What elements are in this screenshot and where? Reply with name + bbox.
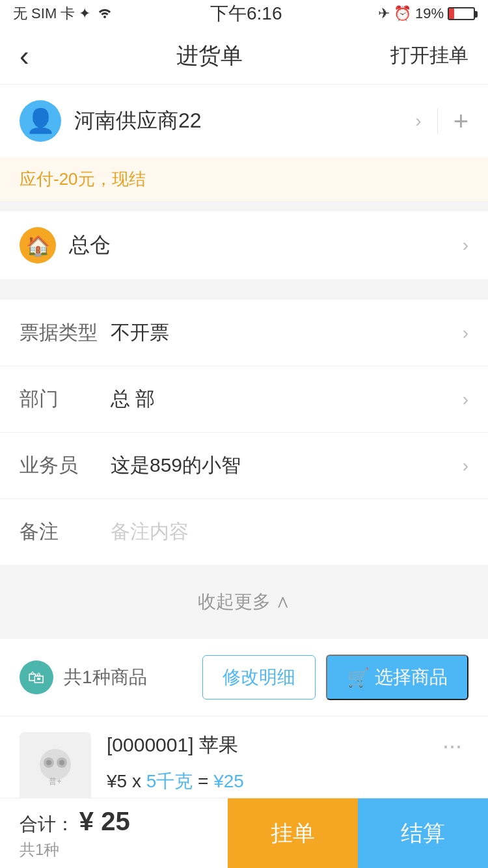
status-right: ✈ ⏰ 19% [378,5,475,22]
back-button[interactable]: ‹ [20,40,29,72]
total-section: 合计： ¥ 25 共1种 [0,807,228,860]
supplier-chevron-icon: › [415,111,421,131]
svg-text:普+: 普+ [49,777,61,786]
department-value: 总 部 [111,386,463,413]
gap1 [0,290,488,300]
equals-symbol: = [198,771,213,791]
total-label-row: 合计： ¥ 25 [20,807,208,837]
product-name: [0000001] 苹果 [107,732,436,759]
supplier-row[interactable]: 👤 河南供应商22 › + [0,85,488,157]
collapse-bar[interactable]: 收起更多 ∧ [0,575,488,629]
shop-icon: 🛍 [28,668,45,688]
product-count-icon: 🛍 [20,660,53,694]
select-product-label: 选择商品 [375,665,448,690]
add-supplier-button[interactable]: + [454,107,468,136]
warehouse-name: 总仓 [69,231,463,260]
product-display-name: 苹果 [199,734,238,755]
select-product-button[interactable]: 🛒 选择商品 [326,655,468,700]
warehouse-icon-wrap: 🏠 [20,227,56,264]
vertical-divider [437,108,438,134]
product-count-text: 共1种商品 [64,665,202,690]
owl-placeholder-icon: 普+ [29,742,81,794]
multiply-symbol: x [132,771,146,791]
product-price: ¥5 x 5千克 = ¥25 [107,769,436,794]
status-left: 无 SIM 卡 ✦ [13,4,114,23]
page-title: 进货单 [176,41,243,71]
remark-placeholder: 备注内容 [111,519,468,545]
total-amount: ¥ 25 [79,807,130,835]
product-code: [0000001] [107,734,193,755]
warehouse-row[interactable]: 🏠 总仓 › [0,211,488,279]
cart-icon-small: 🛒 [347,667,370,688]
quantity-value: 5千克 [146,771,193,791]
invoice-type-label: 票据类型 [20,319,111,346]
form-section: 票据类型 不开票 › 部门 总 部 › 业务员 这是859的小智 › 备注 备注… [0,300,488,565]
gap2 [0,629,488,639]
invoice-type-chevron-icon: › [463,323,468,344]
edit-detail-button[interactable]: 修改明细 [202,655,316,699]
department-row[interactable]: 部门 总 部 › [0,366,488,432]
total-label: 合计： [20,814,74,834]
remark-row[interactable]: 备注 备注内容 [0,498,488,565]
supplier-section: 👤 河南供应商22 › + 应付-20元，现结 [0,85,488,201]
avatar: 👤 [20,100,61,142]
salesman-chevron-icon: › [463,455,468,476]
battery-icon [448,7,475,20]
remark-label: 备注 [20,519,111,545]
warehouse-icon: 🏠 [26,234,50,257]
checkout-button[interactable]: 结算 [358,798,488,869]
sim-text: 无 SIM 卡 ✦ [13,4,90,23]
alarm-icon: ⏰ [394,5,411,22]
location-icon: ✈ [378,5,390,22]
status-bar: 无 SIM 卡 ✦ 下午6:16 ✈ ⏰ 19% [0,0,488,27]
bottom-bar: 合计： ¥ 25 共1种 挂单 结算 [0,798,488,868]
product-info: [0000001] 苹果 ¥5 x 5千克 = ¥25 [107,732,436,794]
warehouse-chevron-icon: › [463,235,468,256]
avatar-icon: 👤 [26,107,55,135]
svg-point-4 [59,760,64,765]
product-header: 🛍 共1种商品 修改明细 🛒 选择商品 [0,639,488,716]
department-label: 部门 [20,386,111,413]
status-time: 下午6:16 [210,1,282,26]
warehouse-section: 🏠 总仓 › [0,211,488,279]
supplier-name: 河南供应商22 [74,107,415,135]
product-section: 🛍 共1种商品 修改明细 🛒 选择商品 普+ [0000001] 苹果 [0,639,488,819]
invoice-type-row[interactable]: 票据类型 不开票 › [0,300,488,366]
nav-bar: ‹ 进货单 打开挂单 [0,27,488,85]
notice-bar: 应付-20元，现结 [0,157,488,201]
wifi-icon [96,5,114,22]
department-chevron-icon: › [463,389,468,410]
product-thumbnail: 普+ [20,732,91,804]
price-per-unit: ¥5 [107,771,127,791]
product-total: ¥25 [213,771,244,791]
salesman-row[interactable]: 业务员 这是859的小智 › [0,432,488,498]
total-count: 共1种 [20,839,208,860]
hang-order-button[interactable]: 挂单 [228,798,358,869]
more-options-button[interactable]: ··· [436,732,468,759]
battery-percent: 19% [415,5,444,22]
invoice-type-value: 不开票 [111,319,463,346]
svg-point-3 [46,760,51,765]
salesman-label: 业务员 [20,452,111,479]
open-pending-button[interactable]: 打开挂单 [390,42,468,69]
salesman-value: 这是859的小智 [111,452,463,479]
